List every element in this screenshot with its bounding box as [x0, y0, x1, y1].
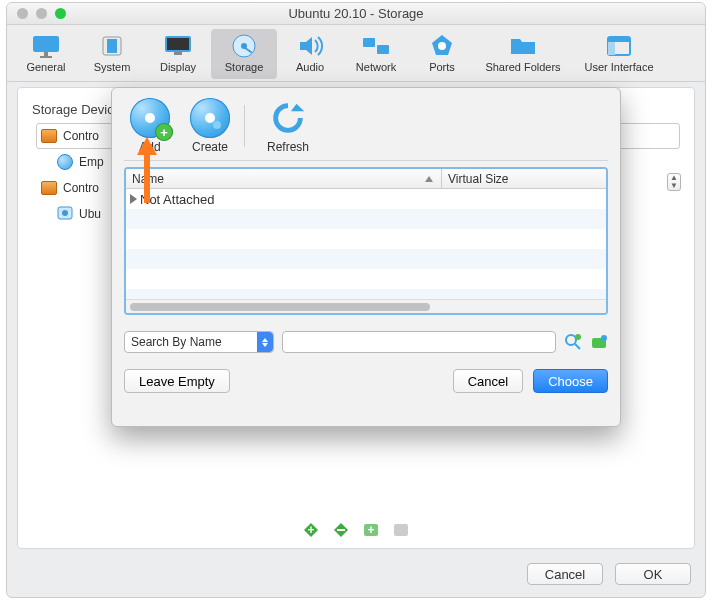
ui-layout-icon — [604, 33, 634, 59]
disk-selector-dialog: + Add Create Refresh — [111, 87, 621, 427]
ports-icon — [427, 33, 457, 59]
disk-table: Name Virtual Size Not Attached — [124, 167, 608, 315]
svg-rect-0 — [33, 36, 59, 52]
plus-badge-icon: + — [155, 123, 173, 141]
tree-label: Contro — [63, 181, 99, 195]
svg-point-32 — [566, 335, 576, 345]
tree-label: Emp — [79, 155, 104, 169]
hard-disk-icon — [229, 33, 259, 59]
svg-rect-24 — [337, 529, 345, 531]
svg-point-36 — [601, 335, 607, 341]
svg-marker-31 — [291, 104, 304, 112]
tree-label: Contro — [63, 129, 99, 143]
tab-storage[interactable]: Storage — [211, 29, 277, 79]
cancel-button[interactable]: Cancel — [527, 563, 603, 585]
row-label: Not Attached — [140, 192, 214, 207]
svg-rect-4 — [107, 39, 117, 53]
network-icon — [361, 33, 391, 59]
expand-toggle-icon[interactable] — [126, 194, 140, 204]
svg-line-33 — [575, 344, 580, 349]
svg-point-28 — [145, 113, 155, 123]
add-controller-icon[interactable]: + — [302, 521, 320, 539]
optical-disc-create-icon — [190, 98, 230, 138]
svg-rect-17 — [608, 37, 630, 42]
search-row: Search By Name — [124, 331, 608, 353]
svg-text:+: + — [307, 523, 314, 537]
svg-point-29 — [205, 113, 215, 123]
svg-point-20 — [62, 210, 68, 216]
svg-rect-12 — [363, 38, 375, 47]
leave-empty-button[interactable]: Leave Empty — [124, 369, 230, 393]
tab-system[interactable]: System — [79, 29, 145, 79]
svg-rect-1 — [44, 52, 48, 56]
display-icon — [163, 33, 193, 59]
table-row[interactable]: Not Attached — [126, 189, 606, 209]
search-input[interactable] — [282, 331, 556, 353]
svg-rect-7 — [174, 52, 182, 55]
window-title: Ubuntu 20.10 - Storage — [7, 6, 705, 21]
settings-window: Ubuntu 20.10 - Storage General System Di… — [6, 2, 706, 598]
tab-display[interactable]: Display — [145, 29, 211, 79]
table-body[interactable]: Not Attached — [126, 189, 606, 299]
svg-rect-2 — [40, 56, 52, 58]
tree-label: Ubu — [79, 207, 101, 221]
svg-rect-18 — [608, 42, 615, 55]
svg-rect-27 — [394, 524, 408, 536]
column-name[interactable]: Name — [126, 172, 441, 186]
ok-button[interactable]: OK — [615, 563, 691, 585]
speaker-icon — [295, 33, 325, 59]
dialog-cancel-button[interactable]: Cancel — [453, 369, 523, 393]
dialog-toolbar: + Add Create Refresh — [124, 98, 608, 161]
svg-point-15 — [438, 42, 446, 50]
search-icon[interactable] — [564, 333, 582, 351]
optical-disc-add-icon: + — [130, 98, 170, 138]
hard-disk-small-icon — [57, 205, 73, 224]
controller-icon — [41, 129, 57, 143]
tab-user-interface[interactable]: User Interface — [571, 29, 667, 79]
add-disk-button[interactable]: + Add — [130, 98, 170, 154]
svg-rect-13 — [377, 45, 389, 54]
category-toolbar: General System Display Storage Audio — [7, 25, 705, 82]
create-disk-button[interactable]: Create — [190, 98, 230, 154]
titlebar: Ubuntu 20.10 - Storage — [7, 3, 705, 25]
horizontal-scrollbar[interactable] — [126, 299, 606, 313]
search-folder-icon[interactable] — [590, 333, 608, 351]
tab-audio[interactable]: Audio — [277, 29, 343, 79]
sort-ascending-icon — [425, 176, 433, 182]
column-virtual-size[interactable]: Virtual Size — [441, 169, 606, 188]
chip-icon — [97, 33, 127, 59]
storage-action-icons: + + — [302, 521, 410, 539]
tab-network[interactable]: Network — [343, 29, 409, 79]
svg-point-30 — [213, 121, 221, 129]
remove-controller-icon[interactable] — [332, 521, 350, 539]
combo-stepper-icon — [257, 332, 273, 352]
toolbar-separator — [244, 105, 245, 147]
svg-point-34 — [575, 334, 581, 340]
folder-icon — [508, 33, 538, 59]
tab-ports[interactable]: Ports — [409, 29, 475, 79]
tab-shared-folders[interactable]: Shared Folders — [475, 29, 571, 79]
remove-attachment-icon[interactable] — [392, 521, 410, 539]
monitor-icon — [31, 33, 61, 59]
refresh-button[interactable]: Refresh — [267, 98, 309, 154]
tab-general[interactable]: General — [13, 29, 79, 79]
add-attachment-icon[interactable]: + — [362, 521, 380, 539]
dialog-buttons: Leave Empty Cancel Choose — [124, 369, 608, 393]
controller-icon — [41, 181, 57, 195]
search-mode-select[interactable]: Search By Name — [124, 331, 274, 353]
svg-rect-6 — [167, 38, 189, 50]
settings-dialog-buttons: Cancel OK — [527, 563, 691, 585]
svg-marker-11 — [300, 37, 312, 55]
choose-button[interactable]: Choose — [533, 369, 608, 393]
optical-disc-icon — [57, 154, 73, 170]
port-count-stepper[interactable]: ▲▼ — [667, 173, 681, 191]
refresh-icon — [268, 98, 308, 138]
svg-text:+: + — [367, 523, 374, 537]
scrollbar-thumb[interactable] — [130, 303, 430, 311]
table-header: Name Virtual Size — [126, 169, 606, 189]
